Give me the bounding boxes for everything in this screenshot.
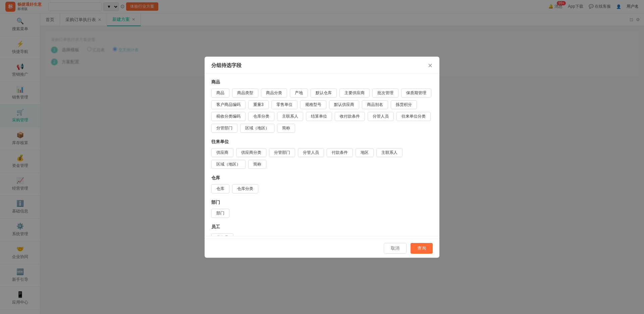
field-tag-pay-terms[interactable]: 付款条件 — [327, 148, 353, 157]
department-section-title: 部门 — [211, 199, 433, 205]
field-tag-spec-model[interactable]: 规格型号 — [300, 100, 326, 109]
field-tag-partner-dept[interactable]: 分管部门 — [269, 148, 295, 157]
confirm-button[interactable]: 查询 — [411, 243, 433, 254]
field-tag-origin[interactable]: 产地 — [290, 88, 308, 98]
field-tag-default-supplier[interactable]: 默认供应商 — [329, 100, 359, 109]
field-tag-warehouse-category[interactable]: 仓库分类 — [248, 112, 274, 121]
modal-body[interactable]: 商品 商品 商品类型 商品分类 产地 默认仓库 主要供应商 批次管理 保质期管理… — [205, 74, 439, 236]
partner-section: 往来单位 供应商 供应商分类 分管部门 分管人员 付款条件 地区 主联系人 区域… — [211, 139, 433, 169]
goods-section: 商品 商品 商品类型 商品分类 产地 默认仓库 主要供应商 批次管理 保质期管理… — [211, 79, 433, 133]
field-tag-area[interactable]: 地区 — [356, 148, 374, 157]
field-tag-department[interactable]: 部门 — [211, 209, 229, 218]
field-tag-pick-points[interactable]: 拣货积分 — [391, 100, 417, 109]
field-tag-supervisor[interactable]: 分管人员 — [368, 112, 394, 121]
modal-title: 分组待选字段 — [211, 62, 241, 69]
field-tag-settlement-unit[interactable]: 结算单位 — [306, 112, 332, 121]
warehouse-section-title: 仓库 — [211, 175, 433, 181]
field-tag-retail-unit[interactable]: 零售单位 — [271, 100, 298, 109]
field-tag-batch-mgmt[interactable]: 批次管理 — [372, 88, 398, 98]
goods-field-tags: 商品 商品类型 商品分类 产地 默认仓库 主要供应商 批次管理 保质期管理 客户… — [211, 88, 433, 133]
field-tag-goods-item[interactable]: 商品 — [211, 88, 229, 98]
cancel-button[interactable]: 取消 — [384, 243, 407, 254]
field-tag-region[interactable]: 区域（地区） — [240, 124, 274, 133]
field-tag-partner-short[interactable]: 简称 — [248, 160, 266, 169]
field-tag-goods-alias[interactable]: 商品别名 — [362, 100, 388, 109]
field-tag-goods-category[interactable]: 商品分类 — [261, 88, 287, 98]
field-tag-expiry-mgmt[interactable]: 保质期管理 — [401, 88, 431, 98]
field-tag-payment-terms[interactable]: 收付款条件 — [335, 112, 365, 121]
warehouse-section: 仓库 仓库 仓库分类 — [211, 175, 433, 193]
field-tag-goods-type[interactable]: 商品类型 — [232, 88, 258, 98]
field-tag-short-name[interactable]: 简称 — [277, 124, 295, 133]
field-tag-partner-region[interactable]: 区域（地区） — [211, 160, 246, 169]
employee-section-title: 员工 — [211, 224, 433, 230]
field-tag-dept[interactable]: 分管部门 — [211, 124, 237, 133]
partner-field-tags: 供应商 供应商分类 分管部门 分管人员 付款条件 地区 主联系人 区域（地区） … — [211, 148, 433, 169]
field-tag-default-warehouse[interactable]: 默认仓库 — [311, 88, 337, 98]
field-tag-supplier-cat[interactable]: 供应商分类 — [236, 148, 266, 157]
field-tag-customer-code[interactable]: 客户商品编码 — [211, 100, 246, 109]
field-tag-partner-category[interactable]: 往来单位分类 — [396, 112, 431, 121]
field-tag-warehouse[interactable]: 仓库 — [211, 184, 229, 193]
field-tag-partner-contact[interactable]: 主联系人 — [376, 148, 402, 157]
modal-overlay: 分组待选字段 ✕ 商品 商品 商品类型 商品分类 产地 默认仓库 主要供应商 批… — [0, 0, 644, 314]
modal-close-button[interactable]: ✕ — [428, 62, 433, 69]
partner-section-title: 往来单位 — [211, 139, 433, 145]
field-tag-main-supplier[interactable]: 主要供应商 — [339, 88, 370, 98]
department-field-tags: 部门 — [211, 209, 433, 218]
employee-section: 员工 业务员 — [211, 224, 433, 236]
department-section: 部门 部门 — [211, 199, 433, 218]
modal-header: 分组待选字段 ✕ — [205, 57, 439, 74]
employee-field-tags: 业务员 — [211, 233, 433, 236]
field-select-modal: 分组待选字段 ✕ 商品 商品 商品类型 商品分类 产地 默认仓库 主要供应商 批… — [205, 57, 439, 258]
field-tag-tax-code[interactable]: 税收分类编码 — [211, 112, 246, 121]
field-tag-partner-supervisor[interactable]: 分管人员 — [298, 148, 324, 157]
field-tag-salesperson[interactable]: 业务员 — [211, 233, 233, 236]
field-tag-main-contact[interactable]: 主联系人 — [277, 112, 303, 121]
modal-footer: 取消 查询 — [205, 239, 439, 258]
goods-section-title: 商品 — [211, 79, 433, 85]
field-tag-supplier[interactable]: 供应商 — [211, 148, 233, 157]
warehouse-field-tags: 仓库 仓库分类 — [211, 184, 433, 193]
field-tag-wh-category[interactable]: 仓库分类 — [232, 184, 258, 193]
field-tag-weight3[interactable]: 重量3 — [248, 100, 269, 109]
modal-hscrollbar[interactable] — [205, 236, 439, 239]
